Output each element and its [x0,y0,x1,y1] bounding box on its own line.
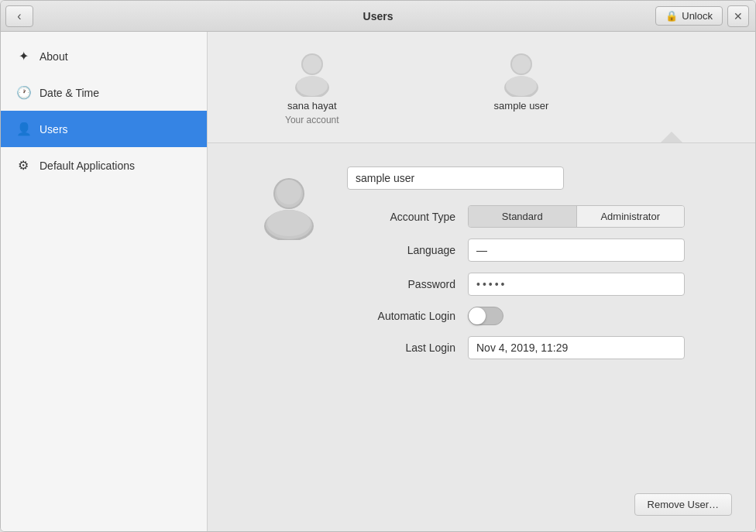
close-button[interactable]: ✕ [727,5,749,27]
lock-icon: 🔒 [665,10,678,22]
password-row: Password [347,273,709,296]
titlebar: ‹ Users 🔒 Unlock ✕ [1,1,755,32]
svg-point-12 [277,180,301,204]
sidebar-item-about-label: About [40,50,68,63]
account-type-row: Account Type Standard Administrator [347,205,709,228]
svg-point-3 [297,76,328,96]
language-row: Language [347,239,709,262]
window-title: Users [363,10,393,22]
language-control [468,239,685,262]
unlock-button[interactable]: 🔒 Unlock [655,6,723,26]
standard-btn[interactable]: Standard [469,206,576,227]
toggle-knob [469,307,486,324]
auto-login-toggle[interactable] [468,307,503,325]
remove-user-button[interactable]: Remove User… [634,493,732,516]
password-control [468,273,685,296]
language-input[interactable] [468,239,685,262]
titlebar-actions: 🔒 Unlock ✕ [655,5,755,27]
svg-point-6 [512,55,531,74]
detail-layout: Account Type Standard Administrator Lang… [254,166,709,370]
detail-section: Account Type Standard Administrator Lang… [208,142,755,531]
last-login-input [468,336,685,359]
svg-point-2 [303,55,321,74]
sidebar: ✦ About 🕐 Date & Time 👤 Users ⚙ Default … [1,32,208,531]
account-type-toggle: Standard Administrator [468,205,685,228]
username-input[interactable] [347,166,564,190]
sidebar-item-datetime[interactable]: 🕐 Date & Time [1,74,207,111]
password-input[interactable] [468,273,685,296]
sidebar-item-default-apps-label: Default Applications [40,160,135,172]
main-panel: sana hayat Your account sample user [208,32,755,531]
svg-point-7 [506,76,537,96]
users-icon: 👤 [16,122,30,136]
avatar-sana [287,47,337,97]
auto-login-row: Automatic Login [347,307,709,325]
last-login-row: Last Login [347,336,709,359]
auto-login-control [468,307,685,325]
user-sub-sana: Your account [285,115,339,125]
user-name-sample: sample user [494,100,549,112]
user-card-sample[interactable]: sample user [494,47,549,112]
language-label: Language [347,244,455,256]
close-icon: ✕ [734,10,743,22]
selection-arrow [208,132,755,142]
auto-login-label: Automatic Login [347,310,455,322]
user-card-sana[interactable]: sana hayat Your account [285,47,339,125]
form-area: Account Type Standard Administrator Lang… [347,166,709,370]
sidebar-item-default-apps[interactable]: ⚙ Default Applications [1,147,207,184]
sidebar-item-users-label: Users [40,123,68,136]
datetime-icon: 🕐 [16,85,30,100]
sidebar-item-users[interactable]: 👤 Users [1,111,207,147]
user-name-sana: sana hayat [287,100,337,112]
unlock-label: Unlock [682,10,713,22]
password-label: Password [347,278,455,290]
main-content: ✦ About 🕐 Date & Time 👤 Users ⚙ Default … [1,32,755,531]
arrow-up-icon [661,132,682,142]
last-login-label: Last Login [347,342,455,354]
administrator-btn[interactable]: Administrator [576,206,685,227]
last-login-control [468,336,685,359]
svg-point-13 [267,210,311,236]
detail-avatar [254,170,324,240]
account-type-control: Standard Administrator [468,205,685,228]
about-icon: ✦ [16,49,30,63]
sidebar-item-datetime-label: Date & Time [40,87,99,99]
sidebar-item-about[interactable]: ✦ About [1,38,207,74]
user-strip: sana hayat Your account sample user [208,32,755,125]
default-apps-icon: ⚙ [16,158,30,173]
account-type-label: Account Type [347,211,455,223]
avatar-sample [497,47,546,97]
back-button[interactable]: ‹ [5,5,33,27]
